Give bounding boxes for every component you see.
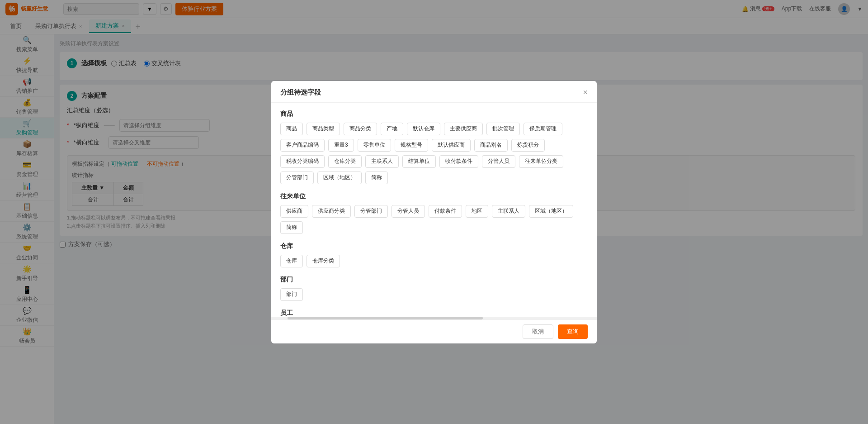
field-tag-product-9[interactable]: 重量3 (328, 139, 354, 152)
dialog-confirm-btn[interactable]: 查询 (558, 324, 588, 339)
field-group-partner-title: 往来单位 (280, 192, 588, 200)
field-tag-partner-6[interactable]: 主联系人 (492, 205, 525, 218)
dialog-title: 分组待选字段 (280, 88, 321, 97)
field-group-partner: 往来单位 供应商 供应商分类 分管部门 分管人员 付款条件 地区 主联系人 区域… (280, 192, 588, 234)
field-group-product: 商品 商品 商品类型 商品分类 产地 默认仓库 主要供应商 批次管理 保质期管理… (280, 110, 588, 184)
field-tag-product-6[interactable]: 批次管理 (486, 123, 520, 135)
dialog-close-btn[interactable]: × (583, 88, 588, 96)
field-group-department-title: 部门 (280, 276, 588, 284)
field-tag-product-12[interactable]: 默认供应商 (432, 139, 471, 152)
field-tag-warehouse-1[interactable]: 仓库分类 (307, 255, 340, 267)
field-tag-partner-7[interactable]: 区域（地区） (529, 205, 573, 218)
field-tag-product-18[interactable]: 结算单位 (402, 155, 436, 168)
field-tag-partner-5[interactable]: 地区 (466, 205, 488, 218)
field-tag-product-13[interactable]: 商品别名 (474, 139, 508, 152)
field-group-product-title: 商品 (280, 110, 588, 118)
field-tag-product-2[interactable]: 商品分类 (344, 123, 377, 135)
field-tag-product-8[interactable]: 客户商品编码 (280, 139, 325, 152)
field-group-warehouse: 仓库 仓库 仓库分类 (280, 242, 588, 267)
field-tag-product-11[interactable]: 规格型号 (395, 139, 428, 152)
dialog-footer: 取消 查询 (271, 319, 597, 343)
field-tag-product-17[interactable]: 主联系人 (365, 155, 399, 168)
field-group-warehouse-title: 仓库 (280, 242, 588, 250)
dialog-cancel-btn[interactable]: 取消 (523, 324, 553, 339)
field-tag-product-3[interactable]: 产地 (381, 123, 403, 135)
field-tag-product-19[interactable]: 收付款条件 (439, 155, 478, 168)
dialog: 分组待选字段 × 商品 商品 商品类型 商品分类 产地 默认仓库 主要供应商 批… (271, 81, 597, 343)
field-tag-product-16[interactable]: 仓库分类 (328, 155, 362, 168)
field-tag-product-22[interactable]: 分管部门 (280, 172, 314, 184)
field-tag-warehouse-0[interactable]: 仓库 (280, 255, 303, 267)
field-tag-partner-2[interactable]: 分管部门 (354, 205, 388, 218)
field-tag-product-0[interactable]: 商品 (280, 123, 303, 135)
field-tags-product: 商品 商品类型 商品分类 产地 默认仓库 主要供应商 批次管理 保质期管理 客户… (280, 123, 588, 184)
field-tag-partner-3[interactable]: 分管人员 (392, 205, 425, 218)
field-tags-warehouse: 仓库 仓库分类 (280, 255, 588, 267)
field-tag-product-14[interactable]: 炼货积分 (511, 139, 545, 152)
field-tag-product-15[interactable]: 税收分类编码 (280, 155, 325, 168)
dialog-body: 商品 商品 商品类型 商品分类 产地 默认仓库 主要供应商 批次管理 保质期管理… (271, 103, 597, 317)
field-group-department: 部门 部门 (280, 276, 588, 301)
field-tag-product-21[interactable]: 往来单位分类 (519, 155, 563, 168)
field-tag-partner-4[interactable]: 付款条件 (429, 205, 462, 218)
field-tags-partner: 供应商 供应商分类 分管部门 分管人员 付款条件 地区 主联系人 区域（地区） … (280, 205, 588, 234)
field-group-employee-title: 员工 (280, 309, 588, 317)
field-tag-product-10[interactable]: 零售单位 (358, 139, 391, 152)
field-tags-department: 部门 (280, 288, 588, 301)
field-tag-partner-1[interactable]: 供应商分类 (312, 205, 351, 218)
field-tag-product-1[interactable]: 商品类型 (307, 123, 340, 135)
field-tag-partner-0[interactable]: 供应商 (280, 205, 308, 218)
dialog-header: 分组待选字段 × (271, 81, 597, 103)
field-tag-product-7[interactable]: 保质期管理 (524, 123, 562, 135)
field-tag-product-23[interactable]: 区域（地区） (317, 172, 362, 184)
modal-overlay: 分组待选字段 × 商品 商品 商品类型 商品分类 产地 默认仓库 主要供应商 批… (0, 0, 868, 424)
field-tag-product-5[interactable]: 主要供应商 (444, 123, 483, 135)
field-tag-department-0[interactable]: 部门 (280, 288, 303, 301)
field-tag-partner-8[interactable]: 简称 (280, 221, 303, 234)
field-tag-product-4[interactable]: 默认仓库 (407, 123, 440, 135)
field-group-employee: 员工 业务员 (280, 309, 588, 317)
field-tag-product-24[interactable]: 简称 (365, 172, 388, 184)
field-tag-product-20[interactable]: 分管人员 (482, 155, 515, 168)
